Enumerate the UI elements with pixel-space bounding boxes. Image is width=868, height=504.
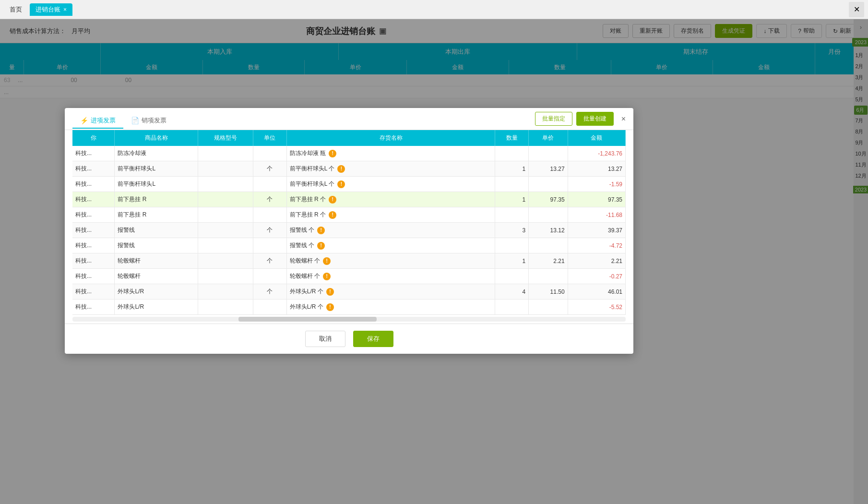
warning-icon: !	[326, 288, 334, 296]
window-close-button[interactable]: ✕	[849, 2, 864, 17]
invoice-table: 你 商品名称 规格型号 单位 存货名称 数量 单价 金额 科技...防冻冷却液防…	[72, 130, 626, 315]
batch-assign-button[interactable]: 批量指定	[535, 112, 572, 126]
table-row: 科技...前平衡杆球头L前平衡杆球头L 个!-1.59	[72, 177, 626, 192]
col-price: 单价	[529, 130, 568, 146]
dialog-top-actions: 批量指定 批量创建	[535, 112, 614, 130]
purchase-tab-label: 进项发票	[91, 116, 116, 125]
table-row: 科技...外球头L/R个外球头L/R 个!411.5046.01	[72, 284, 626, 300]
active-tab-label: 进销台账	[36, 5, 60, 14]
dialog-close-icon[interactable]: ×	[621, 115, 626, 127]
table-body: 科技...防冻冷却液防冻冷却液 瓶!-1,243.76科技...前平衡杆球头L个…	[72, 146, 626, 315]
sales-tab-icon: 📄	[131, 117, 139, 124]
tab-purchase-invoice[interactable]: ⚡ 进项发票	[72, 113, 123, 129]
home-tab[interactable]: 首页	[4, 3, 28, 16]
table-header-row: 你 商品名称 规格型号 单位 存货名称 数量 单价 金额	[72, 130, 626, 146]
warning-icon: !	[317, 227, 325, 234]
horizontal-scrollbar[interactable]	[72, 317, 626, 322]
warning-icon: !	[329, 211, 336, 219]
table-row: 科技...外球头L/R外球头L/R 个!-5.52	[72, 300, 626, 315]
col-product: 商品名称	[115, 130, 198, 146]
dialog-tab-bar: ⚡ 进项发票 📄 销项发票 批量指定 批量创建 ×	[65, 108, 633, 130]
col-company: 你	[72, 130, 115, 146]
batch-create-button[interactable]: 批量创建	[576, 112, 614, 126]
table-row: 科技...报警线个报警线 个!313.1239.37	[72, 223, 626, 238]
dialog-tabs: ⚡ 进项发票 📄 销项发票	[72, 113, 174, 129]
warning-icon: !	[337, 180, 345, 188]
cancel-button[interactable]: 取消	[305, 331, 345, 347]
warning-icon: !	[326, 303, 334, 311]
table-row: 科技...前下悬挂 R个前下悬挂 R 个!197.3597.35	[72, 192, 626, 207]
active-tab[interactable]: 进销台账 ×	[30, 3, 72, 16]
tab-sales-invoice[interactable]: 📄 销项发票	[123, 113, 174, 129]
tab-close-icon[interactable]: ×	[63, 6, 67, 13]
warning-icon: !	[317, 242, 325, 250]
col-inventory: 存货名称	[286, 130, 495, 146]
col-spec: 规格型号	[198, 130, 253, 146]
warning-icon: !	[323, 273, 331, 280]
warning-icon: !	[329, 196, 336, 204]
scroll-thumb[interactable]	[238, 317, 377, 322]
save-button[interactable]: 保存	[353, 331, 393, 347]
dialog-footer: 取消 保存	[65, 324, 633, 354]
invoice-table-container[interactable]: 你 商品名称 规格型号 单位 存货名称 数量 单价 金额 科技...防冻冷却液防…	[65, 130, 633, 315]
col-qty: 数量	[495, 130, 529, 146]
main-area: 销售成本计算方法： 月平均 商贸企业进销台账 ▣ 对账 重新开账 存货别名 生成…	[0, 19, 868, 504]
table-row: 科技...防冻冷却液防冻冷却液 瓶!-1,243.76	[72, 146, 626, 161]
warning-icon: !	[323, 257, 331, 265]
warning-icon: !	[337, 165, 345, 173]
purchase-tab-icon: ⚡	[80, 117, 88, 124]
invoice-dialog: ⚡ 进项发票 📄 销项发票 批量指定 批量创建 × 你 商品名称	[65, 108, 633, 354]
table-row: 科技...报警线报警线 个!-4.72	[72, 238, 626, 253]
table-row: 科技...前平衡杆球头L个前平衡杆球头L 个!113.2713.27	[72, 161, 626, 177]
warning-icon: !	[329, 150, 336, 157]
col-amount: 金额	[568, 130, 625, 146]
table-row: 科技...轮毂螺杆轮毂螺杆 个!-0.27	[72, 269, 626, 284]
col-unit: 单位	[253, 130, 286, 146]
table-row: 科技...前下悬挂 R前下悬挂 R 个!-11.68	[72, 207, 626, 223]
table-row: 科技...轮毂螺杆个轮毂螺杆 个!12.212.21	[72, 253, 626, 269]
top-bar: 首页 进销台账 × ✕	[0, 0, 868, 19]
sales-tab-label: 销项发票	[142, 116, 166, 125]
